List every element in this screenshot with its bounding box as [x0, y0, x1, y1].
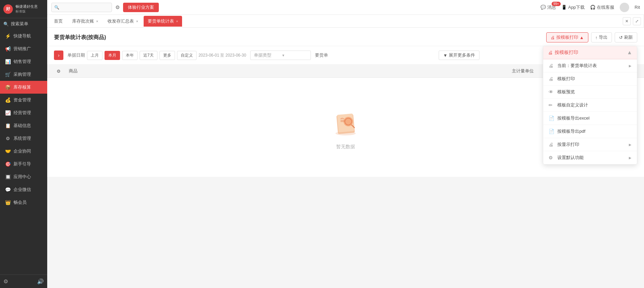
print-template-button[interactable]: 🖨 按模板打印 ▲: [546, 32, 588, 42]
app-logo-icon: 好: [3, 4, 13, 14]
sidebar-item-sales[interactable]: 📊 销售管理: [0, 55, 47, 68]
sidebar-item-label: 营销推广: [13, 46, 31, 52]
dropdown-display-print[interactable]: 🖨 按显示打印 ▶: [543, 138, 637, 151]
date-btn-last-month[interactable]: 上月: [87, 51, 103, 60]
date-btn-this-year[interactable]: 本年: [122, 51, 138, 60]
current-icon: 🖨: [549, 63, 555, 68]
sidebar-item-guide[interactable]: 🎯 新手引导: [0, 158, 47, 170]
operation-icon: 📈: [5, 110, 11, 116]
date-btn-this-month[interactable]: 本月: [105, 51, 120, 60]
filter-toggle-button[interactable]: ›: [54, 51, 63, 60]
quick-nav-icon: ⚡: [5, 33, 11, 39]
dropdown-template-excel[interactable]: 📄 按模板导出excel: [543, 112, 637, 125]
print-arrow-icon: ▲: [580, 35, 584, 40]
dropdown-close-icon[interactable]: ▲: [627, 50, 632, 56]
sidebar-item-collab[interactable]: 🤝 企业协同: [0, 145, 47, 158]
expand-filters-button[interactable]: ▼ 展开更多条件: [439, 51, 479, 60]
template-print-label: 模板打印: [557, 76, 632, 82]
sidebar-item-inventory[interactable]: 📦 库存核算: [0, 81, 47, 94]
wechat-icon: 💬: [5, 187, 11, 193]
tab-batch-account[interactable]: 库存批次账 ×: [68, 16, 102, 27]
dropdown-title: 🖨 按模板打印: [548, 50, 578, 56]
system-icon: ⚙: [5, 135, 11, 141]
date-filter-group: 单据日期 上月 本月 本年 近7天 更多 自定义 2023-06-01 至 20…: [67, 51, 246, 60]
sidebar-item-quick-nav[interactable]: ⚡ 快捷导航: [0, 30, 47, 42]
sidebar-item-label: 应用中心: [13, 174, 31, 180]
th-product: 商品: [66, 65, 509, 77]
topbar-right: 💬 消息 99+ 📱 App下载 🎧 在线客服 Rit: [540, 3, 640, 12]
main-area: 🔍 ⚙ 体验行业方案 💬 消息 99+ 📱 App下载 🎧 在线客服 Rit: [47, 0, 644, 288]
sidebar-item-label: 经营管理: [13, 110, 31, 116]
sidebar-item-operation[interactable]: 📈 经营管理: [0, 106, 47, 119]
date-btn-custom[interactable]: 自定义: [177, 51, 197, 60]
tab-expand[interactable]: ⤢: [633, 17, 641, 25]
purchase-icon: 🛒: [5, 71, 11, 77]
username-label: Rit: [635, 5, 640, 10]
sidebar-item-label: 销售管理: [13, 59, 31, 65]
sidebar: 好 畅捷通好生意 标准版 🔍 搜索菜单 ⚡ 快捷导航 📢 营销推广 📊 销售管理…: [0, 0, 47, 288]
th-settings[interactable]: ⚙: [54, 65, 66, 77]
sidebar-item-appstore[interactable]: 🔲 应用中心: [0, 170, 47, 183]
tab-batch-close[interactable]: ×: [96, 19, 98, 23]
date-btn-more[interactable]: 更多: [159, 51, 175, 60]
dropdown-header: 🖨 按模板打印 ▲: [543, 46, 637, 59]
sales-icon: 📊: [5, 59, 11, 65]
trial-button[interactable]: 体验行业方案: [123, 3, 159, 12]
sidebar-item-system[interactable]: ⚙ 系统管理: [0, 132, 47, 145]
sidebar-search[interactable]: 🔍 搜索菜单: [0, 18, 47, 30]
sidebar-item-marketing[interactable]: 📢 营销推广: [0, 42, 47, 55]
sound-icon[interactable]: 🔊: [37, 278, 44, 285]
sidebar-item-wechat[interactable]: 💬 企业微信: [0, 183, 47, 196]
display-print-icon: 🖨: [549, 142, 555, 147]
display-print-label: 按显示打印: [557, 141, 626, 148]
template-excel-label: 按模板导出excel: [557, 115, 632, 121]
online-service-button[interactable]: 🎧 在线客服: [590, 4, 614, 10]
app-download-button[interactable]: 📱 App下载: [561, 4, 585, 10]
tab-close-all[interactable]: ✕: [623, 17, 631, 25]
sidebar-item-label: 企业微信: [13, 187, 31, 193]
message-badge: 99+: [552, 2, 561, 6]
default-fn-label: 设置默认功能: [557, 155, 626, 161]
inventory-icon: 📦: [5, 84, 11, 90]
empty-icon: [329, 105, 362, 138]
sidebar-item-purchase[interactable]: 🛒 采购管理: [0, 68, 47, 81]
sidebar-item-label: 系统管理: [13, 135, 31, 141]
date-btn-7days[interactable]: 近7天: [140, 51, 157, 60]
dropdown-template-print[interactable]: 🖨 模板打印: [543, 72, 637, 86]
empty-text: 暂无数据: [336, 144, 355, 150]
dropdown-template-pdf[interactable]: 📄 按模板导出pdf: [543, 125, 637, 138]
dropdown-template-design[interactable]: ✏ 模板自定义设计: [543, 99, 637, 112]
doc-type-arrow: ▼: [282, 54, 307, 57]
doc-type-label: 单据类型: [254, 52, 280, 58]
page-title: 要货单统计表(按商品): [54, 34, 106, 41]
tab-order-stats-close[interactable]: ×: [176, 19, 178, 23]
tab-order-stats[interactable]: 要货单统计表 ×: [144, 16, 182, 27]
app-icon: 📱: [561, 5, 567, 10]
topbar-search-input[interactable]: [61, 5, 109, 10]
doc-type-select[interactable]: 单据类型 ▼: [250, 51, 311, 60]
sidebar-item-finance[interactable]: 💰 资金管理: [0, 94, 47, 106]
date-filter-label: 单据日期: [67, 52, 85, 58]
dropdown-default-fn[interactable]: ⚙ 设置默认功能 ▶: [543, 151, 637, 164]
tab-summary[interactable]: 收发存汇总表 ×: [104, 16, 142, 27]
sidebar-item-basic[interactable]: 📋 基础信息: [0, 119, 47, 132]
sidebar-item-member[interactable]: 👑 畅会员: [0, 196, 47, 209]
export-icon: ↑: [595, 35, 598, 40]
settings-bottom-icon[interactable]: ⚙: [3, 278, 8, 285]
tab-summary-close[interactable]: ×: [136, 19, 138, 23]
message-button[interactable]: 💬 消息 99+: [540, 4, 556, 10]
tabs-actions: ✕ ⤢: [623, 17, 641, 25]
refresh-button[interactable]: ↺ 刷新: [615, 32, 637, 42]
topbar-search-box[interactable]: 🔍: [51, 3, 112, 12]
page-header: 要货单统计表(按商品) 🖨 按模板打印 ▲ ↑ 导出 ↺ 刷新: [47, 28, 644, 46]
service-icon: 🎧: [590, 5, 595, 10]
guide-icon: 🎯: [5, 161, 11, 167]
sidebar-item-label: 畅会员: [13, 199, 27, 205]
dropdown-template-preview[interactable]: 👁 模板预览: [543, 86, 637, 99]
topbar-gear-icon[interactable]: ⚙: [115, 4, 120, 10]
tab-home[interactable]: 首页: [50, 16, 67, 27]
export-button[interactable]: ↑ 导出: [591, 32, 612, 42]
dropdown-current-item[interactable]: 🖨 当前：要货单统计表 ▶: [543, 59, 637, 72]
print-dropdown-panel: 🖨 按模板打印 ▲ 🖨 当前：要货单统计表 ▶ 🖨 模板: [543, 46, 637, 165]
topbar-search-icon: 🔍: [54, 5, 59, 10]
